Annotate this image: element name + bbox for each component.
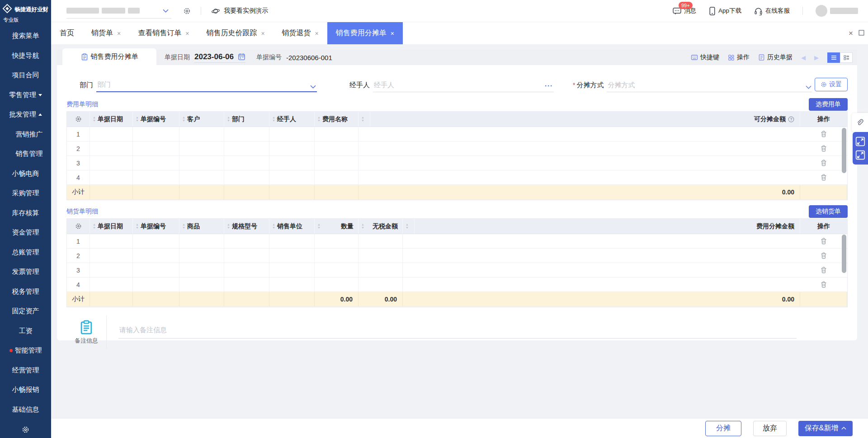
select-expense-doc-button[interactable]: 选费用单 xyxy=(809,98,848,111)
close-icon[interactable]: × xyxy=(185,30,189,37)
col-header-extra[interactable]: ▲▼ xyxy=(359,112,370,127)
settings-button[interactable]: 设置 xyxy=(815,78,848,91)
col-header-customer[interactable]: ▲▼客户 xyxy=(179,112,224,127)
col-header-sales-unit[interactable]: ▲▼销售单位 xyxy=(269,219,315,234)
sidebar-item-sales-mgmt[interactable]: 销售管理 xyxy=(0,144,51,164)
department-input[interactable] xyxy=(96,80,317,91)
list-view-toggle[interactable] xyxy=(827,52,840,63)
doc-type-tab[interactable]: 销售费用分摊单 xyxy=(62,48,156,65)
shortcut-keys-button[interactable]: 快捷键 xyxy=(691,53,719,61)
column-settings-gear-icon[interactable] xyxy=(67,112,90,127)
col-header-expense-allocated-amount[interactable]: 费用分摊金额 xyxy=(415,219,800,234)
tab-sales-expense-allocation[interactable]: 销售费用分摊单× xyxy=(327,22,403,44)
col-header-allocatable-amount[interactable]: 可分摊金额? xyxy=(370,112,800,127)
discard-button[interactable]: 放弃 xyxy=(753,421,787,436)
sidebar-item-fixed-assets[interactable]: 固定资产 xyxy=(0,301,51,321)
sidebar-item-xiaochang-ecommerce[interactable]: 小畅电商 xyxy=(0,164,51,184)
chevron-down-icon[interactable] xyxy=(806,85,811,89)
sales-table-row[interactable]: 2 xyxy=(67,249,847,263)
sidebar-item-basic-info[interactable]: 基础信息 xyxy=(0,400,51,420)
column-settings-gear-icon[interactable] xyxy=(67,219,90,234)
col-header-product[interactable]: ▲▼商品 xyxy=(179,219,224,234)
sidebar-item-general-ledger[interactable]: 总账管理 xyxy=(0,243,51,263)
delete-row-trash-icon[interactable] xyxy=(803,267,844,273)
tab-home[interactable]: 首页 xyxy=(51,22,83,44)
sidebar-item-purchase-mgmt[interactable]: 采购管理 xyxy=(0,184,51,203)
remark-input[interactable] xyxy=(118,326,797,339)
sales-table-row[interactable]: 3 xyxy=(67,263,847,278)
expense-detail-title[interactable]: 费用单明细 xyxy=(66,100,98,108)
delete-row-trash-icon[interactable] xyxy=(803,145,844,152)
sidebar-item-inventory-accounting[interactable]: 库存核算 xyxy=(0,203,51,223)
app-download-button[interactable]: App下载 xyxy=(709,7,741,15)
col-header-department[interactable]: ▲▼部门 xyxy=(224,112,269,127)
sidebar-item-retail-mgmt[interactable]: 零售管理 xyxy=(0,85,51,105)
handler-input[interactable] xyxy=(373,81,554,92)
gear-icon[interactable] xyxy=(183,7,191,15)
col-header-doc-date[interactable]: ▲▼单据日期 xyxy=(90,219,133,234)
expense-table-row[interactable]: 1 xyxy=(67,127,847,141)
delete-row-trash-icon[interactable] xyxy=(803,238,844,245)
col-header-quantity[interactable]: ▲▼数量 xyxy=(315,219,359,234)
sidebar-item-project-contract[interactable]: 项目合同 xyxy=(0,66,51,85)
attachment-button[interactable] xyxy=(852,113,868,132)
expense-table-row[interactable]: 4 xyxy=(67,170,847,185)
sidebar-item-tax-mgmt[interactable]: 税务管理 xyxy=(0,282,51,302)
save-and-new-button[interactable]: 保存&新增 xyxy=(798,421,853,436)
maximize-icon[interactable] xyxy=(859,29,864,38)
close-icon[interactable]: × xyxy=(315,30,319,37)
sidebar-item-xiaochang-expense[interactable]: 小畅报销 xyxy=(0,380,51,400)
col-header-doc-number[interactable]: ▲▼单据编号 xyxy=(133,219,179,234)
col-header-doc-number[interactable]: ▲▼单据编号 xyxy=(133,112,179,127)
close-icon[interactable]: × xyxy=(117,30,121,37)
user-account[interactable] xyxy=(816,5,858,17)
tab-sales-delivery[interactable]: 销货单× xyxy=(83,22,129,44)
col-header-doc-date[interactable]: ▲▼单据日期 xyxy=(90,112,133,127)
col-header-notax-amount[interactable]: ▲▼无税金额 xyxy=(359,219,403,234)
sidebar-item-payroll[interactable]: 工资 xyxy=(0,321,51,341)
tab-view-sales-orders[interactable]: 查看销售订单× xyxy=(129,22,198,44)
close-icon[interactable]: × xyxy=(391,30,394,37)
sidebar-item-wholesale-mgmt[interactable]: 批发管理 xyxy=(0,105,51,125)
expense-table-row[interactable]: 3 xyxy=(67,156,847,170)
doc-date-field[interactable]: 2023-06-06 xyxy=(194,52,245,63)
operations-button[interactable]: 操作 xyxy=(728,53,750,61)
col-header-spec-model[interactable]: ▲▼规格型号 xyxy=(224,219,269,234)
sidebar-item-business-mgmt[interactable]: 经营管理 xyxy=(0,361,51,381)
delete-row-trash-icon[interactable] xyxy=(803,160,844,166)
expand-icon[interactable] xyxy=(855,150,865,160)
sales-detail-title[interactable]: 销货单明细 xyxy=(66,207,98,216)
prev-doc-icon[interactable]: ◀ xyxy=(801,54,806,61)
sidebar-item-marketing-promo[interactable]: 营销推广 xyxy=(0,125,51,145)
sales-table-row[interactable]: 1 xyxy=(67,234,847,249)
tab-sales-return[interactable]: 销货退货× xyxy=(274,22,327,44)
table-scrollbar-thumb[interactable] xyxy=(842,128,846,173)
delete-row-trash-icon[interactable] xyxy=(803,252,844,259)
sales-table-row[interactable]: 4 xyxy=(67,278,847,292)
sidebar-settings-gear-icon[interactable] xyxy=(0,426,51,433)
expense-table-row[interactable]: 2 xyxy=(67,141,847,156)
info-icon[interactable]: ? xyxy=(788,116,794,122)
close-icon[interactable]: × xyxy=(261,30,264,37)
delete-row-trash-icon[interactable] xyxy=(803,174,844,181)
sidebar-item-funds-mgmt[interactable]: 资金管理 xyxy=(0,223,51,243)
card-view-toggle[interactable] xyxy=(840,52,853,63)
delete-row-trash-icon[interactable] xyxy=(803,281,844,288)
select-sales-doc-button[interactable]: 选销货单 xyxy=(809,205,848,218)
sidebar-item-quick-nav[interactable]: 快捷导航 xyxy=(0,46,51,66)
chevron-down-icon[interactable] xyxy=(310,85,316,89)
allocate-button[interactable]: 分摊 xyxy=(705,421,741,436)
company-selector[interactable] xyxy=(66,3,171,19)
next-doc-icon[interactable]: ▶ xyxy=(814,54,819,61)
allocation-method-input[interactable] xyxy=(607,81,812,92)
col-header-expense-name[interactable]: ▲▼费用名称 xyxy=(315,112,359,127)
delete-row-trash-icon[interactable] xyxy=(803,131,844,137)
table-scrollbar-thumb[interactable] xyxy=(842,235,846,273)
close-all-icon[interactable]: × xyxy=(849,29,853,38)
history-docs-button[interactable]: 历史单据 xyxy=(758,53,793,61)
sidebar-item-invoice-mgmt[interactable]: 发票管理 xyxy=(0,262,51,282)
calendar-icon[interactable] xyxy=(238,53,245,61)
messages-button[interactable]: 99+ 消息 xyxy=(673,7,696,15)
demo-link[interactable]: 我要看实例演示 xyxy=(211,7,268,15)
sidebar-item-search-menu[interactable]: 搜索菜单 xyxy=(0,26,51,46)
